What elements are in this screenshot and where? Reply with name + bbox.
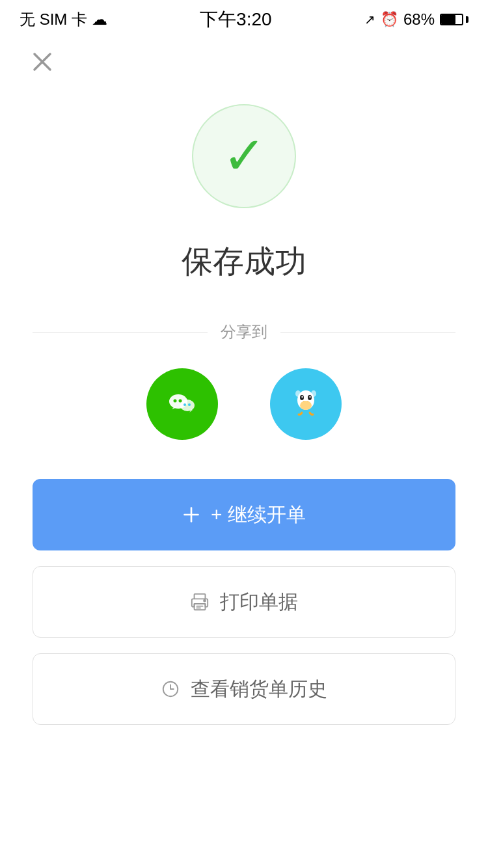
share-icons: [146, 368, 342, 440]
battery-percentage: 68%: [403, 10, 435, 29]
location-icon: ↗: [364, 12, 375, 27]
share-label: 分享到: [221, 321, 267, 342]
svg-point-14: [295, 390, 301, 397]
svg-point-22: [204, 600, 206, 602]
share-section: 分享到: [33, 321, 455, 440]
svg-rect-18: [195, 594, 206, 599]
success-title: 保存成功: [182, 241, 306, 282]
status-bar: 无 SIM 卡 ☁ 下午3:20 ↗ ⏰ 68%: [0, 0, 488, 39]
success-circle: ✓: [192, 104, 296, 208]
close-button[interactable]: [26, 46, 59, 78]
print-label: 打印单据: [220, 589, 298, 616]
history-button[interactable]: 查看销货单历史: [33, 653, 455, 725]
divider-left: [33, 332, 208, 332]
svg-point-4: [174, 400, 177, 403]
no-sim-label: 无 SIM 卡 ☁: [20, 9, 107, 30]
share-divider: 分享到: [33, 321, 455, 342]
divider-right: [280, 332, 455, 332]
svg-point-13: [300, 401, 312, 410]
qq-share-button[interactable]: [270, 368, 342, 440]
svg-point-6: [183, 403, 186, 406]
svg-point-15: [311, 390, 316, 397]
svg-point-3: [180, 400, 195, 411]
history-label: 查看销货单历史: [191, 676, 327, 703]
checkmark-icon: ✓: [223, 130, 266, 182]
svg-point-7: [188, 403, 191, 406]
continue-button[interactable]: + 继续开单: [33, 479, 455, 550]
battery-icon: [440, 14, 468, 25]
action-buttons: + 继续开单 打印单据 查看销货单历史: [33, 479, 455, 725]
svg-point-5: [179, 400, 182, 403]
svg-point-11: [301, 396, 303, 398]
continue-label: + 继续开单: [211, 502, 306, 528]
wechat-share-button[interactable]: [146, 368, 218, 440]
svg-point-12: [309, 396, 310, 398]
status-time: 下午3:20: [200, 7, 272, 32]
print-button[interactable]: 打印单据: [33, 566, 455, 638]
status-right: ↗ ⏰ 68%: [364, 10, 468, 29]
status-left: 无 SIM 卡 ☁: [20, 9, 107, 30]
alarm-icon: ⏰: [381, 11, 398, 28]
main-content: ✓ 保存成功 分享到: [0, 39, 488, 725]
